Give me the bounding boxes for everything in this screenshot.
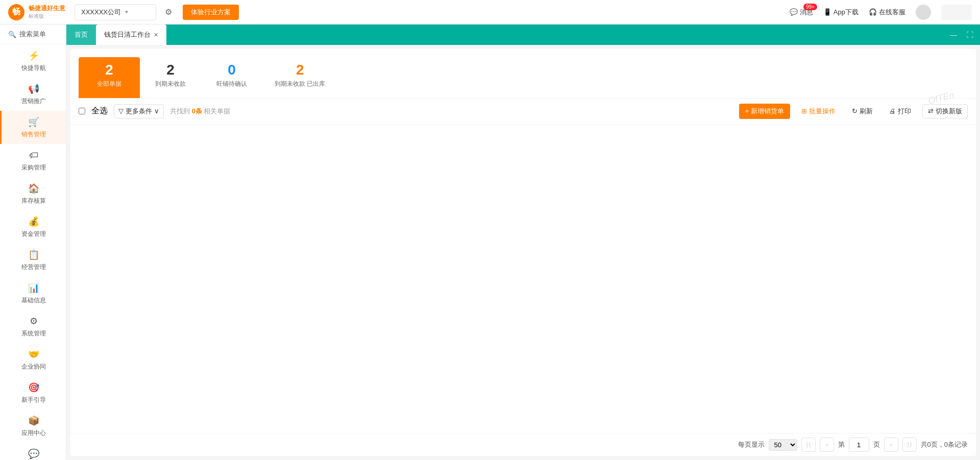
refresh-btn[interactable]: ↻ 刷新 (847, 105, 878, 118)
refresh-icon: ↻ (852, 107, 857, 115)
stat-label-overdue: 到期未收款 (155, 80, 186, 88)
chevron-down-icon: ▼ (124, 9, 129, 15)
finance-icon: 💰 (28, 215, 40, 228)
stat-card-wangpu[interactable]: 0 旺铺待确认 (201, 57, 262, 98)
stat-number-overdue: 2 (166, 61, 175, 79)
tab-workbench[interactable]: 钱货日清工作台 ✕ (96, 25, 166, 45)
search-icon: 🔍 (8, 31, 16, 38)
found-count: 0条 (192, 107, 202, 115)
base-info-icon: 📊 (28, 282, 40, 294)
main-layout: 🔍 搜索菜单 ⚡ 快捷导航 📢 营销推广 🛒 销售管理 🏷 采购管理 🏠 库存核… (0, 25, 980, 460)
page-suffix: 页 (873, 440, 880, 449)
company-name: XXXXXX公司 (81, 8, 121, 17)
per-page-select[interactable]: 50 100 200 (769, 439, 797, 451)
select-all-label: 全选 (91, 106, 108, 116)
sidebar-item-purchase[interactable]: 🏷 采购管理 (0, 144, 66, 177)
batch-operation-btn[interactable]: ⊞ 批量操作 (796, 105, 841, 118)
sidebar-item-operations[interactable]: 📋 经营管理 (0, 244, 66, 277)
search-menu-label: 搜索菜单 (19, 30, 46, 39)
sidebar-item-label: 采购管理 (21, 163, 46, 172)
sidebar-item-inventory[interactable]: 🏠 库存核算 (0, 177, 66, 210)
download-icon: 📱 (823, 8, 831, 16)
page-number-input[interactable] (849, 438, 869, 452)
trial-button[interactable]: 体验行业方案 (183, 5, 239, 20)
add-order-button[interactable]: + 新增销货单 (739, 104, 790, 119)
page-label: 第 (838, 440, 845, 449)
message-btn[interactable]: 💬 消息 99+ (790, 8, 813, 17)
tab-home[interactable]: 首页 (66, 25, 96, 45)
filter-icon: ▽ (118, 107, 124, 115)
per-page-label: 每页显示 (738, 440, 765, 449)
stat-number-shipped: 2 (296, 61, 304, 79)
app-version: 标准版 (29, 13, 65, 19)
toolbar-right: + 新增销货单 ⊞ 批量操作 ↻ 刷新 🖨 打印 ⇄ (739, 104, 968, 119)
stat-label-shipped: 到期未收款 已出库 (275, 80, 325, 88)
last-page-btn[interactable]: ⟩⟩ (902, 438, 917, 452)
print-btn[interactable]: 🖨 打印 (884, 105, 916, 118)
sidebar-item-quick-nav[interactable]: ⚡ 快捷导航 (0, 44, 66, 78)
tab-bar: 首页 钱货日清工作台 ✕ — ⛶ (66, 25, 980, 45)
stats-bar: 2 全部单据 2 到期未收款 0 旺铺待确认 2 到期未收款 已出库 (70, 49, 976, 99)
tab-maximize-btn[interactable]: ⛶ (964, 29, 976, 41)
sidebar-item-label: 企业协同 (21, 362, 46, 371)
enterprise-icon: 🤝 (28, 348, 40, 360)
tab-home-label: 首页 (75, 30, 88, 39)
sidebar-item-label: 库存核算 (21, 197, 46, 205)
inventory-icon: 🏠 (28, 182, 40, 195)
logo-area: 畅 畅捷通好生意 标准版 (8, 4, 75, 20)
sidebar-item-sales[interactable]: 🛒 销售管理 (0, 111, 66, 144)
print-icon: 🖨 (889, 107, 896, 115)
avatar[interactable] (916, 5, 931, 20)
stat-label-all: 全部单据 (97, 80, 121, 88)
page-content: 2 全部单据 2 到期未收款 0 旺铺待确认 2 到期未收款 已出库 (70, 49, 976, 456)
sidebar-item-label: 快捷导航 (21, 64, 46, 72)
settings-icon[interactable]: ⚙ (160, 4, 177, 20)
header-right: 💬 消息 99+ 📱 App下载 🎧 在线客服 (790, 5, 972, 20)
sidebar-item-wechat[interactable]: 💬 企业微信 (0, 443, 66, 460)
tab-minimize-btn[interactable]: — (947, 29, 960, 41)
sidebar-item-system[interactable]: ⚙ 系统管理 (0, 310, 66, 343)
switch-version-btn[interactable]: ⇄ 切换新版 (922, 104, 968, 118)
sidebar-item-label: 基础信息 (21, 296, 46, 305)
first-page-btn[interactable]: ⟨⟨ (801, 438, 816, 452)
stat-card-overdue[interactable]: 2 到期未收款 (140, 57, 201, 98)
user-name[interactable] (941, 5, 972, 20)
app-name: 畅捷通好生意 (29, 5, 65, 13)
system-icon: ⚙ (28, 315, 40, 327)
switch-label: 切换新版 (936, 107, 962, 116)
stat-card-shipped[interactable]: 2 到期未收款 已出库 (262, 57, 337, 98)
prev-page-btn[interactable]: ＜ (820, 438, 834, 452)
tab-workbench-label: 钱货日清工作台 (104, 30, 151, 39)
stat-label-wangpu: 旺铺待确认 (216, 80, 247, 88)
sidebar-item-label: 资金管理 (21, 230, 46, 238)
logo-text: 畅捷通好生意 标准版 (29, 5, 65, 19)
app-download-btn[interactable]: 📱 App下载 (823, 8, 859, 17)
sidebar-item-label: 销售管理 (21, 130, 46, 139)
search-menu-item[interactable]: 🔍 搜索菜单 (0, 25, 66, 44)
filter-button[interactable]: ▽ 更多条件 ∨ (114, 104, 164, 118)
online-service-btn[interactable]: 🎧 在线客服 (869, 8, 905, 17)
pagination-bar: 每页显示 50 100 200 ⟨⟨ ＜ 第 页 ＞ ⟩⟩ 共0页，0条记录 (70, 433, 976, 456)
logo-icon: 畅 (8, 4, 24, 20)
sidebar-item-marketing[interactable]: 📢 营销推广 (0, 78, 66, 111)
sidebar-item-base-info[interactable]: 📊 基础信息 (0, 277, 66, 310)
next-page-btn[interactable]: ＞ (884, 438, 898, 452)
quick-nav-icon: ⚡ (28, 50, 40, 62)
sidebar-item-enterprise[interactable]: 🤝 企业协同 (0, 343, 66, 376)
select-all-checkbox[interactable] (79, 108, 85, 114)
app-download-label: App下载 (834, 8, 859, 17)
found-text: 共找到 0条 相关单据 (170, 107, 230, 116)
sidebar-item-guide[interactable]: 🎯 新手引导 (0, 376, 66, 409)
header: 畅 畅捷通好生意 标准版 XXXXXX公司 ▼ ⚙ 体验行业方案 💬 消息 99… (0, 0, 980, 25)
company-selector[interactable]: XXXXXX公司 ▼ (75, 4, 156, 20)
stat-card-all[interactable]: 2 全部单据 (79, 57, 140, 98)
table-area (70, 125, 976, 433)
sidebar-item-app-center[interactable]: 📦 应用中心 (0, 409, 66, 443)
stat-number-wangpu: 0 (228, 61, 236, 79)
chevron-icon: ∨ (154, 107, 159, 115)
tab-controls: — ⛶ (947, 29, 980, 41)
filter-label: 更多条件 (126, 107, 152, 116)
sidebar-item-label: 系统管理 (21, 329, 46, 338)
sidebar-item-finance[interactable]: 💰 资金管理 (0, 210, 66, 244)
tab-close-icon[interactable]: ✕ (154, 32, 158, 38)
